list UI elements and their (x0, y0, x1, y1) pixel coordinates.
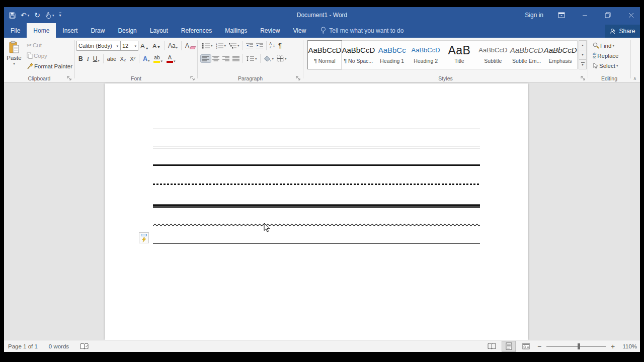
restore-button[interactable] (603, 10, 613, 20)
share-person-icon (609, 28, 616, 35)
strikethrough-button[interactable]: abc (105, 55, 118, 63)
styles-scroll-down-button[interactable]: ▼ (579, 50, 587, 60)
increase-indent-button[interactable] (255, 42, 265, 50)
zoom-percentage[interactable]: 110% (620, 343, 637, 349)
style-card-subtitle[interactable]: AaBbCcD Subtitle (476, 41, 510, 69)
justify-button[interactable] (231, 55, 241, 62)
undo-dropdown-icon[interactable]: ▾ (28, 14, 30, 17)
style-card-no-spacing[interactable]: AaBbCcD ¶ No Spac... (342, 41, 375, 69)
minimize-button[interactable] (580, 10, 590, 20)
document-area[interactable] (4, 82, 640, 340)
proofing-status-icon[interactable] (80, 343, 89, 350)
read-mode-button[interactable] (485, 341, 498, 351)
tab-layout[interactable]: Layout (143, 23, 175, 38)
page-indicator[interactable]: Page 1 of 1 (8, 343, 38, 349)
borders-icon (277, 55, 284, 62)
redo-button[interactable]: ↻ (34, 11, 40, 19)
document-page[interactable] (105, 83, 528, 340)
underline-button[interactable]: U▾ (91, 54, 102, 63)
cut-label: Cut (33, 42, 42, 48)
share-label: Share (619, 28, 635, 35)
touch-mode-button[interactable]: ▾ (45, 12, 54, 19)
zoom-slider-thumb[interactable] (578, 343, 580, 349)
clear-formatting-button[interactable]: A (183, 41, 197, 50)
grow-font-button[interactable]: A▲ (138, 41, 151, 51)
borders-button[interactable]: ▾ (275, 54, 288, 63)
decrease-indent-button[interactable] (245, 42, 255, 50)
style-card-title[interactable]: AaB Title (443, 41, 476, 69)
copy-button[interactable]: Copy (25, 50, 49, 61)
word-count[interactable]: 0 words (49, 343, 69, 349)
tab-home[interactable]: Home (27, 23, 56, 38)
find-button[interactable]: Find▾ (591, 41, 620, 50)
customize-quick-access-button[interactable]: ▾ (59, 13, 61, 18)
tell-me-box[interactable]: Tell me what you want to do (320, 23, 404, 38)
web-layout-button[interactable] (519, 341, 532, 351)
paste-button[interactable]: Paste ▾ (6, 41, 22, 74)
status-bar: Page 1 of 1 0 words − + 110% (4, 340, 640, 352)
cut-button[interactable]: ✂ Cut (25, 40, 43, 50)
line-spacing-button[interactable]: ▾ (245, 54, 259, 62)
share-button[interactable]: Share (605, 25, 640, 38)
zoom-slider[interactable] (546, 343, 606, 350)
italic-button[interactable]: I (85, 54, 91, 64)
numbering-button[interactable]: 123 ▾ (214, 42, 228, 50)
tab-draw[interactable]: Draw (84, 23, 111, 38)
style-card-emphasis[interactable]: AaBbCcD Emphasis (543, 41, 577, 69)
select-button[interactable]: Select▾ (591, 61, 620, 70)
autocorrect-options-button[interactable] (139, 232, 149, 243)
shading-button[interactable]: ▾ (262, 54, 276, 63)
tab-references[interactable]: References (175, 23, 218, 38)
align-right-button[interactable] (221, 55, 231, 62)
font-color-button[interactable]: A▾ (165, 54, 178, 64)
superscript-button[interactable]: X² (128, 55, 137, 63)
style-card-heading2[interactable]: AaBbCcD Heading 2 (409, 41, 443, 69)
ribbon-display-options-icon[interactable] (556, 10, 567, 20)
undo-button[interactable]: ↶▾ (21, 11, 29, 19)
styles-gallery-more-button[interactable]: ▼ (579, 60, 587, 69)
print-layout-button[interactable] (502, 341, 515, 351)
multilevel-list-button[interactable]: ▾ (227, 42, 241, 50)
collapse-ribbon-button[interactable]: ∧ (633, 76, 636, 81)
align-center-button[interactable] (211, 55, 221, 62)
zoom-out-button[interactable]: − (536, 342, 542, 350)
bold-button[interactable]: B (76, 54, 85, 63)
paste-dropdown-icon[interactable]: ▾ (13, 62, 15, 65)
style-card-subtle-emphasis[interactable]: AaBbCcD Subtle Em... (510, 41, 543, 69)
tab-review[interactable]: Review (254, 23, 286, 38)
change-case-button[interactable]: Aa▾ (166, 41, 180, 50)
close-button[interactable] (626, 10, 636, 20)
align-left-icon (202, 56, 209, 61)
style-card-heading1[interactable]: AaBbCc Heading 1 (375, 41, 409, 69)
shrink-font-button[interactable]: A▼ (151, 42, 163, 50)
zoom-in-button[interactable]: + (610, 342, 616, 350)
bullets-button[interactable]: ▾ (201, 42, 214, 50)
replace-button[interactable]: abac Replace (591, 51, 620, 60)
sign-in-button[interactable]: Sign in (525, 12, 543, 19)
text-effects-glyph: A (143, 55, 147, 62)
tab-view[interactable]: View (287, 23, 313, 38)
style-card-normal[interactable]: AaBbCcD ¶ Normal (308, 41, 342, 69)
tab-file[interactable]: File (4, 23, 27, 38)
subscript-button[interactable]: X₂ (118, 55, 128, 63)
tab-design[interactable]: Design (111, 23, 143, 38)
text-effects-button[interactable]: A▾ (141, 54, 151, 63)
save-icon[interactable] (9, 12, 16, 19)
font-size-select[interactable]: 12 ▾ (120, 41, 138, 51)
clipboard-dialog-launcher[interactable] (66, 75, 72, 81)
paragraph-dialog-launcher[interactable] (295, 75, 301, 81)
horizontal-line-2 (153, 146, 480, 148)
styles-scroll-up-button[interactable]: ▲ (579, 40, 587, 50)
align-left-button[interactable] (201, 55, 211, 62)
sort-button[interactable]: AZ ↓ (268, 41, 277, 50)
font-name-select[interactable]: Calibri (Body) ▾ (76, 41, 120, 51)
styles-gallery-scrollbar: ▲ ▼ ▼ (579, 40, 587, 69)
tab-insert[interactable]: Insert (56, 23, 84, 38)
font-dialog-launcher[interactable] (190, 75, 195, 81)
highlight-button[interactable]: ab▾ (151, 54, 165, 64)
show-hide-formatting-button[interactable]: ¶ (277, 41, 283, 50)
touch-mode-dropdown-icon[interactable]: ▾ (52, 14, 54, 17)
tab-mailings[interactable]: Mailings (218, 23, 254, 38)
format-painter-button[interactable]: Format Painter (25, 61, 74, 71)
styles-dialog-launcher[interactable] (580, 75, 586, 81)
